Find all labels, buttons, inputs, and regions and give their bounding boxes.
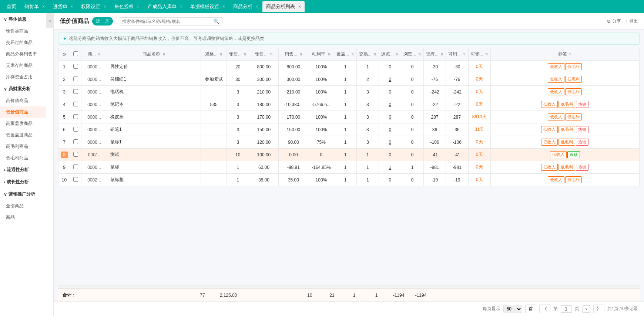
row-select-checkbox[interactable] (73, 102, 78, 106)
row-select-checkbox[interactable] (73, 152, 78, 157)
row-select-checkbox[interactable] (73, 89, 78, 94)
prev-page-button[interactable]: 《 (539, 305, 550, 313)
th-sales3[interactable]: 销售... ⇅ (279, 48, 308, 61)
nav-home[interactable]: 首页 (3, 1, 20, 12)
row-checkbox[interactable] (70, 136, 81, 149)
th-margin[interactable]: 毛利率 ⇅ (308, 48, 334, 61)
sidebar-group-finance[interactable]: ∨ 员财案分析 (0, 83, 46, 95)
view1-link[interactable]: 0 (389, 77, 391, 82)
select-all-checkbox[interactable] (73, 51, 78, 56)
nav-permissions[interactable]: 权限设置 × (77, 1, 110, 12)
row-select-checkbox[interactable] (73, 127, 78, 132)
th-code[interactable]: 商... ⇅ (81, 48, 107, 61)
row-view1[interactable]: 0 (379, 61, 401, 73)
sidebar-item-low-value[interactable]: 低价值商品 (0, 106, 46, 118)
nav-templates[interactable]: 单据模板设置 × (187, 1, 229, 12)
row-checkbox[interactable] (70, 73, 81, 86)
nav-products-close[interactable]: × (180, 4, 182, 9)
th-saleable[interactable]: 可销... ⇅ (468, 48, 490, 61)
last-page-button[interactable]: 》 (593, 305, 604, 313)
row-checkbox[interactable] (70, 86, 81, 98)
period-button[interactable]: 近一月 (92, 17, 113, 26)
row-checkbox[interactable] (70, 161, 81, 174)
row-checkbox[interactable] (70, 174, 81, 186)
search-input[interactable] (122, 19, 214, 24)
nav-roles-close[interactable]: × (137, 4, 140, 9)
sidebar-item-low-coverage[interactable]: 低覆盖度商品 (0, 129, 46, 141)
th-view2[interactable]: 浏览... ⇅ (401, 48, 423, 61)
th-view1[interactable]: 浏览... ⇅ (379, 48, 401, 61)
sidebar-group-marketing[interactable]: ∨ 营销推广分析 (0, 188, 46, 200)
row-view1[interactable]: 0 (379, 111, 401, 123)
nav-purchase-close[interactable]: × (70, 4, 73, 9)
sidebar-item-stock-fund[interactable]: 库存资金占用 (0, 71, 46, 83)
view1-link[interactable]: 0 (389, 89, 391, 95)
view1-link[interactable]: 1 (389, 165, 391, 170)
row-view1[interactable]: 0 (379, 149, 401, 161)
nav-roles[interactable]: 角色授权 × (111, 1, 143, 12)
row-checkbox[interactable] (70, 98, 81, 111)
nav-analysis-list[interactable]: 商品分析列表 × (262, 1, 305, 12)
scrollbar[interactable] (58, 285, 640, 288)
th-available[interactable]: 可用... ⇅ (446, 48, 468, 61)
sidebar-group-flow[interactable]: › 流通性分析 (0, 164, 46, 176)
row-select-checkbox[interactable] (73, 114, 78, 119)
sidebar-item-high-coverage[interactable]: 高覆盖度商品 (0, 118, 46, 129)
sidebar-collapse-btn[interactable]: ‹‹ (46, 13, 53, 28)
th-coverage[interactable]: 覆盖... ⇅ (334, 48, 356, 61)
th-spec[interactable]: 规格... ⇅ (201, 48, 227, 61)
th-sales2[interactable]: 销售... ⇅ (249, 48, 279, 61)
nav-templates-close[interactable]: × (222, 4, 225, 9)
sidebar-item-new-goods[interactable]: 新品 (0, 212, 46, 223)
th-sales1[interactable]: 销售... ⇅ (227, 48, 249, 61)
page-size-select[interactable]: 50 100 200 (503, 305, 522, 313)
row-select-checkbox[interactable] (73, 64, 78, 69)
first-page-button[interactable]: 首 (525, 305, 536, 313)
row-view1[interactable]: 0 (379, 136, 401, 149)
row-select-checkbox[interactable] (73, 139, 78, 144)
nav-analysis-close[interactable]: × (255, 4, 258, 9)
th-checkbox[interactable] (70, 48, 81, 61)
sidebar-item-low-margin[interactable]: 低毛利商品 (0, 152, 46, 164)
view1-link[interactable]: 0 (389, 140, 391, 145)
row-view1[interactable]: 0 (379, 123, 401, 136)
view1-link[interactable]: 0 (389, 152, 391, 157)
sidebar-item-sales-goods[interactable]: 销售类商品 (0, 26, 46, 37)
share-button[interactable]: ⧉ 分享 (607, 18, 621, 24)
sidebar-item-high-margin[interactable]: 高毛利商品 (0, 141, 46, 152)
sidebar-group-general[interactable]: ∨ 整体信息 (0, 13, 46, 26)
row-checkbox[interactable] (70, 111, 81, 123)
row-view1[interactable]: 0 (379, 174, 401, 186)
table-wrapper[interactable]: ⚙ 商... ⇅ 商品名称 ⇅ 规格... ⇅ 销售... ⇅ 销售... ⇅ … (58, 48, 640, 285)
th-current[interactable]: 现有... ⇅ (423, 48, 446, 61)
row-view1[interactable]: 0 (379, 86, 401, 98)
row-view1[interactable]: 0 (379, 73, 401, 86)
search-icon[interactable]: 🔍 (214, 19, 219, 24)
row-checkbox[interactable] (70, 149, 81, 161)
nav-permissions-close[interactable]: × (104, 4, 106, 9)
th-tags[interactable]: 标签 ⇅ (490, 48, 639, 61)
sidebar-group-growth[interactable]: › 成长性分析 (0, 176, 46, 188)
row-checkbox[interactable] (70, 61, 81, 73)
row-checkbox[interactable] (70, 123, 81, 136)
row-select-checkbox[interactable] (73, 77, 78, 81)
th-settings[interactable]: ⚙ (58, 48, 70, 61)
nav-sales[interactable]: 销货单 × (21, 1, 48, 12)
view1-link[interactable]: 0 (389, 115, 391, 120)
view1-link[interactable]: 0 (389, 127, 391, 132)
sidebar-item-all-goods[interactable]: 全部商品 (0, 200, 46, 212)
th-trade[interactable]: 交易... ⇅ (356, 48, 379, 61)
page-input[interactable] (561, 305, 572, 313)
view1-link[interactable]: 0 (389, 177, 391, 183)
sidebar-item-no-stock[interactable]: 无库存的商品 (0, 60, 46, 71)
row-view1[interactable]: 1 (379, 161, 401, 174)
export-button[interactable]: ↑ 导出 (625, 18, 638, 24)
next-page-button[interactable]: › (582, 305, 590, 313)
sidebar-item-high-value[interactable]: 高价值商品 (0, 95, 46, 106)
nav-purchase[interactable]: 进货单 × (49, 1, 77, 12)
th-name[interactable]: 商品名称 ⇅ (107, 48, 201, 61)
row-select-checkbox[interactable] (73, 164, 78, 169)
sidebar-item-category-sales[interactable]: 商品分类销售率 (0, 48, 46, 60)
view1-link[interactable]: 0 (389, 102, 391, 107)
nav-analysis[interactable]: 商品分析 × (229, 1, 262, 12)
